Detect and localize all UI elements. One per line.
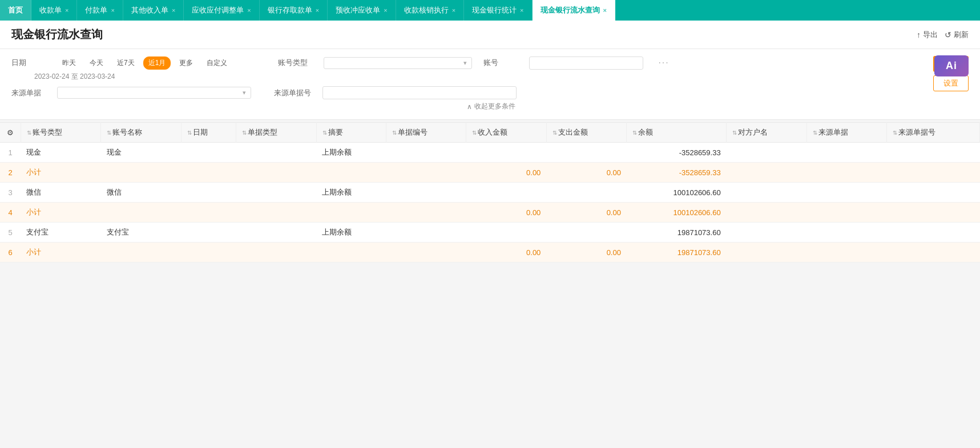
close-icon[interactable]: ×: [384, 7, 387, 14]
export-button[interactable]: ↑ 导出: [917, 30, 938, 40]
filter-area: 日期 昨天 今天 近7天 近1月 更多 自定义 账号类型 ▾ 账号 ···: [0, 49, 980, 120]
nav-tab-0[interactable]: 收款单 ×: [31, 0, 77, 21]
nav-tab-8[interactable]: 现金银行流水查询 ×: [533, 0, 615, 21]
date-btn-1month[interactable]: 近1月: [143, 56, 171, 70]
date-label: 日期: [11, 58, 46, 68]
date-options: 昨天 今天 近7天 近1月 更多 自定义: [57, 56, 232, 70]
col-doc-no[interactable]: ⇅单据编号: [386, 123, 466, 143]
source-doc-no-label: 来源单据号: [274, 88, 311, 98]
date-btn-today[interactable]: 今天: [84, 56, 108, 70]
collapse-bar[interactable]: ∧ 收起更多条件: [11, 99, 969, 112]
nav-tab-7[interactable]: 现金银行统计 ×: [464, 0, 532, 21]
table-row: 1现金现金上期余额-3528659.33: [0, 143, 980, 163]
table-row: 6小计0.000.0019871073.60: [0, 243, 980, 263]
export-icon: ↑: [917, 30, 921, 39]
top-nav: 首页 收款单 × 付款单 × 其他收入单 × 应收应付调整单 × 银行存取款单 …: [0, 0, 980, 21]
nav-tab-2[interactable]: 其他收入单 ×: [123, 0, 184, 21]
nav-tab-3[interactable]: 应收应付调整单 ×: [184, 0, 259, 21]
chevron-down-icon: ▾: [243, 89, 246, 96]
col-doc-type[interactable]: ⇅单据类型: [236, 123, 317, 143]
date-btn-yesterday[interactable]: 昨天: [57, 56, 81, 70]
close-icon[interactable]: ×: [111, 7, 114, 14]
header-actions: ↑ 导出 ↺ 刷新: [917, 30, 969, 40]
gear-column-header[interactable]: ⚙: [0, 123, 21, 143]
page-header: 现金银行流水查询 ↑ 导出 ↺ 刷新: [0, 21, 980, 49]
table-row: 3微信微信上期余额100102606.60: [0, 183, 980, 203]
col-source-doc-no[interactable]: ⇅来源单据号: [887, 123, 980, 143]
nav-tab-5[interactable]: 预收冲应收单 ×: [328, 0, 396, 21]
nav-tab-4[interactable]: 银行存取款单 ×: [260, 0, 328, 21]
date-range-display: 2023-02-24 至 2023-03-24: [34, 72, 115, 82]
more-options-icon[interactable]: ···: [655, 56, 672, 70]
col-expense[interactable]: ⇅支出金额: [546, 123, 627, 143]
col-balance[interactable]: ⇅余额: [627, 123, 727, 143]
table-row: 5支付宝支付宝上期余额19871073.60: [0, 223, 980, 243]
account-label: 账号: [483, 58, 518, 68]
table-header-row: ⚙ ⇅账号类型 ⇅账号名称 ⇅日期 ⇅单据类型 ⇅摘要 ⇅单据编号 ⇅收入金额 …: [0, 123, 980, 143]
close-icon[interactable]: ×: [247, 7, 251, 14]
refresh-icon: ↺: [945, 30, 951, 39]
nav-tab-1[interactable]: 付款单 ×: [77, 0, 123, 21]
nav-tab-6[interactable]: 收款核销执行 ×: [396, 0, 464, 21]
date-btn-7days[interactable]: 近7天: [112, 56, 140, 70]
data-table: ⚙ ⇅账号类型 ⇅账号名称 ⇅日期 ⇅单据类型 ⇅摘要 ⇅单据编号 ⇅收入金额 …: [0, 122, 980, 263]
account-type-select[interactable]: ▾: [324, 57, 472, 69]
col-summary[interactable]: ⇅摘要: [316, 123, 386, 143]
account-input[interactable]: [529, 56, 643, 70]
col-account-name[interactable]: ⇅账号名称: [101, 123, 182, 143]
col-counterpart[interactable]: ⇅对方户名: [727, 123, 807, 143]
chevron-down-icon: ▾: [463, 59, 467, 67]
settings-button[interactable]: 设置: [933, 75, 969, 91]
close-icon[interactable]: ×: [65, 7, 68, 14]
table-row: 2小计0.000.00-3528659.33: [0, 163, 980, 183]
col-account-type[interactable]: ⇅账号类型: [21, 123, 101, 143]
close-icon[interactable]: ×: [316, 7, 319, 14]
account-type-label: 账号类型: [278, 58, 312, 68]
close-icon[interactable]: ×: [603, 7, 607, 14]
table-row: 4小计0.000.00100102606.60: [0, 203, 980, 223]
date-btn-more[interactable]: 更多: [174, 56, 198, 70]
ai-badge[interactable]: Ai: [934, 55, 969, 76]
col-date[interactable]: ⇅日期: [181, 123, 236, 143]
close-icon[interactable]: ×: [452, 7, 455, 14]
page-title: 现金银行流水查询: [11, 27, 103, 42]
source-doc-select[interactable]: ▾: [57, 87, 251, 99]
close-icon[interactable]: ×: [520, 7, 523, 14]
table-area: ⚙ ⇅账号类型 ⇅账号名称 ⇅日期 ⇅单据类型 ⇅摘要 ⇅单据编号 ⇅收入金额 …: [0, 122, 980, 263]
col-source-doc[interactable]: ⇅来源单据: [806, 123, 887, 143]
close-icon[interactable]: ×: [172, 7, 175, 14]
col-income[interactable]: ⇅收入金额: [466, 123, 547, 143]
source-doc-label: 来源单据: [11, 88, 46, 98]
date-btn-custom[interactable]: 自定义: [201, 56, 232, 70]
table-body: 1现金现金上期余额-3528659.332小计0.000.00-3528659.…: [0, 143, 980, 263]
refresh-button[interactable]: ↺ 刷新: [945, 30, 969, 40]
nav-home[interactable]: 首页: [0, 0, 31, 21]
collapse-icon: ∧: [467, 103, 472, 111]
source-doc-no-input[interactable]: [322, 86, 517, 99]
